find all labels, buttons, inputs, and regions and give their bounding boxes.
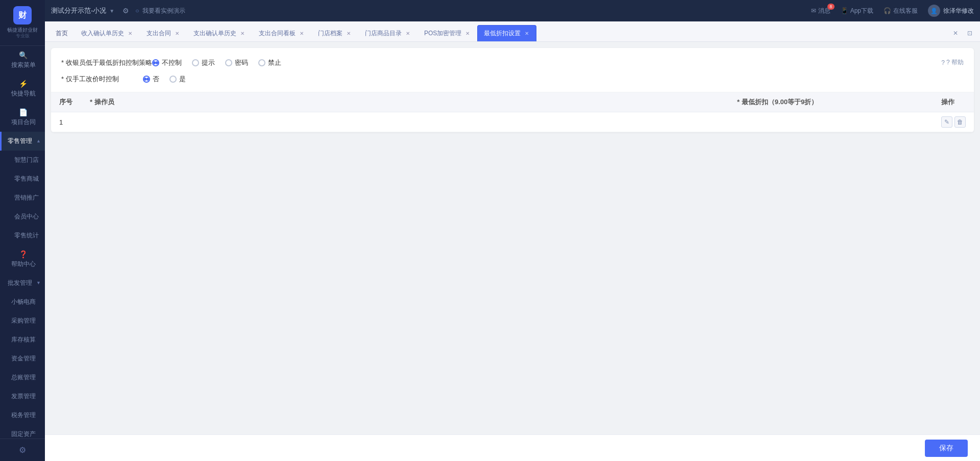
tab-discount-close[interactable]: ✕	[524, 30, 530, 37]
sidebar-item-marketing[interactable]: 营销推广	[0, 188, 45, 207]
radio-prohibit-circle	[258, 59, 265, 66]
help-link[interactable]: ? ? 帮助	[941, 58, 964, 67]
tab-payment-board[interactable]: 支出合同看板 ✕	[252, 25, 311, 41]
tab-income-close[interactable]: ✕	[127, 30, 133, 37]
tab-storegoods-close[interactable]: ✕	[405, 30, 411, 37]
radio-prohibit[interactable]: 禁止	[258, 58, 281, 67]
tab-payment-label: 支出合同	[146, 29, 171, 38]
col-action-header: 操作	[933, 92, 974, 112]
content-card: ? ? 帮助 * 收银员低于最低折扣控制策略 不控制	[51, 48, 974, 132]
tab-pos-password[interactable]: POS加密管理 ✕	[418, 25, 477, 41]
sidebar-item-inventory-calc[interactable]: 库存核算	[0, 330, 45, 349]
control-strategy-radio-group: 不控制 提示 密码 禁止	[152, 58, 281, 67]
col-discount-header: * 最低折扣（9.00等于9折）	[729, 92, 933, 112]
project-dropdown-arrow: ▼	[109, 8, 114, 14]
sidebar-item-help-center[interactable]: ❓ 帮助中心	[0, 245, 45, 274]
sidebar-item-purchase-mgmt[interactable]: 采购管理	[0, 311, 45, 330]
message-icon: ✉	[811, 7, 816, 14]
tab-discount-label: 最低折扣设置	[484, 29, 521, 38]
topbar-demo[interactable]: ○ 我要看实例演示	[135, 7, 185, 15]
logo-text: 畅捷通好业财 专业版	[7, 27, 38, 39]
question-icon: ?	[941, 59, 945, 66]
sidebar-item-project-contract[interactable]: 📄 项目合同	[0, 103, 45, 132]
sidebar-item-tax-mgmt[interactable]: 税务管理	[0, 406, 45, 425]
form-row-control-strategy: * 收银员低于最低折扣控制策略 不控制 提示	[61, 58, 964, 67]
delete-btn[interactable]: 🗑	[954, 116, 966, 128]
sidebar-item-invoice-mgmt[interactable]: 发票管理	[0, 387, 45, 406]
tab-home[interactable]: 首页	[49, 25, 75, 41]
cell-action: ✎ 🗑	[933, 112, 974, 132]
main-wrapper: 测试分开示范-小况 ▼ ⚙ ○ 我要看实例演示 ✉ 消息 8 📱 App下载 🎧…	[45, 0, 980, 461]
radio-no-control[interactable]: 不控制	[152, 58, 182, 67]
radio-password[interactable]: 密码	[225, 58, 248, 67]
radio-no[interactable]: 否	[143, 75, 159, 84]
sidebar-item-smart-store[interactable]: 智慧门店	[0, 151, 45, 169]
tab-payment-close[interactable]: ✕	[174, 30, 180, 37]
control-strategy-label: * 收银员低于最低折扣控制策略	[61, 58, 152, 67]
chevron-down-icon: ▼	[36, 280, 41, 285]
radio-yes[interactable]: 是	[169, 75, 186, 84]
radio-password-circle	[225, 59, 232, 66]
sidebar-item-search[interactable]: 🔍 搜索菜单	[0, 46, 45, 75]
topbar-messages[interactable]: ✉ 消息 8	[811, 7, 830, 15]
topbar-settings-icon[interactable]: ⚙	[122, 7, 129, 15]
tab-store-file[interactable]: 门店档案 ✕	[311, 25, 358, 41]
sidebar-item-ledger-mgmt[interactable]: 总账管理	[0, 368, 45, 387]
search-icon: 🔍	[19, 51, 28, 59]
project-name: 测试分开示范-小况	[51, 6, 106, 15]
headphone-icon: 🎧	[884, 7, 891, 14]
tab-payconf-label: 支出确认单历史	[193, 29, 236, 38]
sidebar-item-retail-stats[interactable]: 零售统计	[0, 226, 45, 245]
tab-payment-contract[interactable]: 支出合同 ✕	[140, 25, 187, 41]
table-row: 1 ✎ 🗑	[51, 112, 974, 132]
tab-payconf-close[interactable]: ✕	[239, 30, 246, 37]
sidebar-item-ecommerce[interactable]: 小畅电商	[0, 293, 45, 311]
sidebar-item-member-center[interactable]: 会员中心	[0, 207, 45, 226]
save-button[interactable]: 保存	[925, 440, 968, 457]
help-icon: ❓	[19, 250, 28, 258]
action-btns: ✎ 🗑	[941, 116, 966, 128]
sidebar: 财 畅捷通好业财 专业版 🔍 搜索菜单 ⚡ 快捷导航 📄 项目合同 零售管理 ▲…	[0, 0, 45, 461]
manual-control-label: * 仅手工改价时控制	[61, 75, 143, 84]
sidebar-item-retail-mall[interactable]: 零售商城	[0, 169, 45, 188]
tab-board-close[interactable]: ✕	[299, 30, 305, 37]
tab-storegoods-label: 门店商品目录	[365, 29, 402, 38]
tab-min-discount[interactable]: 最低折扣设置 ✕	[477, 25, 536, 41]
tab-income-confirm[interactable]: 收入确认单历史 ✕	[75, 25, 140, 41]
sidebar-item-fixed-assets[interactable]: 固定资产	[0, 425, 45, 439]
topbar: 测试分开示范-小况 ▼ ⚙ ○ 我要看实例演示 ✉ 消息 8 📱 App下载 🎧…	[45, 0, 980, 21]
settings-gear-icon[interactable]: ⚙	[19, 445, 26, 455]
topbar-user[interactable]: 👤 徐泽华修改	[928, 5, 974, 17]
project-icon: 📄	[19, 108, 28, 116]
form-row-manual-control: * 仅手工改价时控制 否 是	[61, 75, 964, 84]
tab-storefile-label: 门店档案	[318, 29, 342, 38]
radio-remind[interactable]: 提示	[192, 58, 215, 67]
tab-more-btn[interactable]: ⊡	[964, 27, 976, 39]
topbar-online-support[interactable]: 🎧 在线客服	[884, 7, 918, 15]
tab-payment-confirm[interactable]: 支出确认单历史 ✕	[187, 25, 252, 41]
data-table: 序号 * 操作员 * 最低折扣（9.00等于9折） 操作	[51, 92, 974, 132]
tab-pos-label: POS加密管理	[424, 29, 461, 38]
cell-seq: 1	[51, 112, 82, 132]
tab-storefile-close[interactable]: ✕	[346, 30, 352, 37]
tab-income-label: 收入确认单历史	[81, 29, 124, 38]
circle-icon: ○	[135, 7, 139, 14]
edit-btn[interactable]: ✎	[941, 116, 952, 128]
sidebar-item-wholesale-mgmt[interactable]: 批发管理 ▼	[0, 274, 45, 293]
radio-no-control-circle	[152, 59, 159, 66]
col-seq-header: 序号	[51, 92, 82, 112]
topbar-app-download[interactable]: 📱 App下载	[841, 7, 873, 15]
sidebar-item-quick-nav[interactable]: ⚡ 快捷导航	[0, 75, 45, 103]
tab-close-btn[interactable]: ✕	[949, 27, 962, 39]
topbar-right: ✉ 消息 8 📱 App下载 🎧 在线客服 👤 徐泽华修改	[811, 5, 974, 17]
cell-operator	[82, 112, 729, 132]
card-form: ? ? 帮助 * 收银员低于最低折扣控制策略 不控制	[51, 48, 974, 92]
sidebar-item-retail-mgmt[interactable]: 零售管理 ▲	[0, 132, 45, 151]
tab-pos-close[interactable]: ✕	[464, 30, 471, 37]
tab-home-label: 首页	[56, 29, 68, 38]
radio-yes-circle	[169, 76, 177, 83]
sidebar-item-finance-mgmt[interactable]: 资金管理	[0, 349, 45, 368]
avatar: 👤	[928, 5, 940, 17]
tab-store-goods[interactable]: 门店商品目录 ✕	[358, 25, 418, 41]
topbar-project[interactable]: 测试分开示范-小况 ▼	[51, 6, 114, 15]
